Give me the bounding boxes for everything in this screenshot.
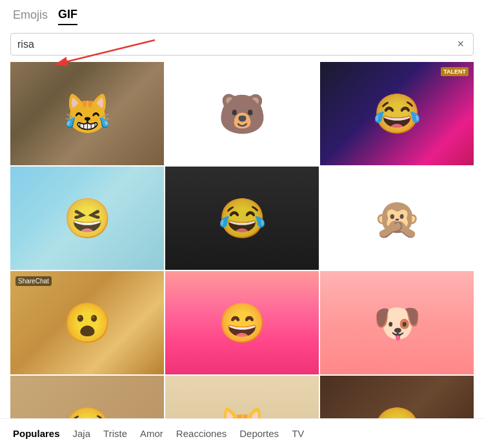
category-triste[interactable]: Triste bbox=[103, 428, 127, 439]
gif-grid: 😹 🐻 😂 TALENT 😆 😂 🙊 😮 ShareChat 😄 🐶 😂 😹 😆 bbox=[10, 62, 474, 448]
gif-cell-woman[interactable]: 😂 TALENT bbox=[320, 62, 474, 165]
category-populares[interactable]: Populares bbox=[13, 428, 60, 439]
gif-cell-cat[interactable]: 😹 bbox=[10, 62, 164, 165]
category-deportes[interactable]: Deportes bbox=[239, 428, 279, 439]
category-amor[interactable]: Amor bbox=[140, 428, 163, 439]
monkey-emoji: 🙊 bbox=[373, 196, 421, 241]
search-input[interactable] bbox=[17, 39, 454, 50]
sharechat-watermark: ShareChat bbox=[15, 276, 52, 286]
woman-emoji: 😂 bbox=[373, 91, 421, 137]
cat-emoji: 😹 bbox=[63, 91, 112, 137]
tab-emojis[interactable]: Emojis bbox=[13, 8, 48, 25]
tab-gif[interactable]: GIF bbox=[58, 8, 77, 25]
gif-cell-snoopy[interactable]: 🐶 bbox=[320, 271, 474, 374]
bryan-emoji: 😂 bbox=[218, 196, 267, 241]
category-tv[interactable]: TV bbox=[292, 428, 304, 439]
category-jaja[interactable]: Jaja bbox=[73, 428, 91, 439]
gif-cell-golden[interactable]: 😆 bbox=[10, 167, 164, 270]
gif-cell-bryan[interactable]: 😂 bbox=[165, 167, 319, 270]
snoopy-emoji: 🐶 bbox=[373, 300, 421, 346]
gif-cell-anime[interactable]: 😄 bbox=[165, 271, 319, 374]
close-button[interactable]: × bbox=[454, 37, 467, 51]
baby-emoji: 😮 bbox=[63, 300, 112, 346]
categories-bar: Populares Jaja Triste Amor Reacciones De… bbox=[0, 418, 484, 448]
search-bar: × bbox=[10, 33, 474, 56]
anime-emoji: 😄 bbox=[218, 300, 267, 346]
talent-badge: TALENT bbox=[441, 67, 469, 76]
category-reacciones[interactable]: Reacciones bbox=[176, 428, 227, 439]
gif-cell-monkey[interactable]: 🙊 bbox=[320, 167, 474, 270]
gif-cell-bear[interactable]: 🐻 bbox=[165, 62, 319, 165]
bear-emoji: 🐻 bbox=[218, 91, 267, 137]
gif-cell-baby[interactable]: 😮 ShareChat bbox=[10, 271, 164, 374]
header: Emojis GIF bbox=[0, 0, 484, 30]
golden-emoji: 😆 bbox=[63, 196, 112, 241]
